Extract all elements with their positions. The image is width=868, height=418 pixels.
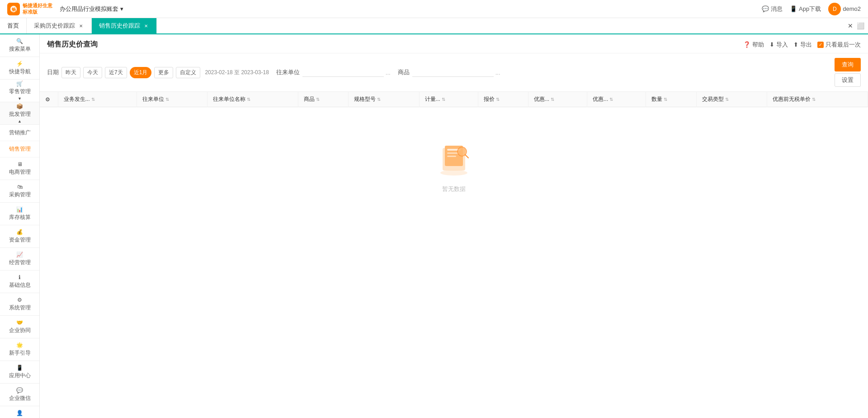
sidebar-label-guide: 新手引导	[9, 349, 31, 357]
only-last-checkbox[interactable]: 只看最后一次	[817, 41, 861, 49]
sidebar-item-ecom[interactable]: 🖥 电商管理	[0, 157, 39, 180]
svg-point-2	[440, 170, 467, 176]
import-button[interactable]: ⬇ 导入	[769, 41, 788, 49]
page-title: 销售历史价查询	[47, 40, 98, 49]
chevron-down-icon: ▾	[120, 5, 123, 12]
sidebar-label-basic: 基础信息	[9, 281, 31, 289]
table-header: ⚙ 业务发生... ⇅ 往来单位 ⇅	[40, 92, 868, 107]
settings-button[interactable]: 设置	[835, 73, 861, 87]
tab-purchase-history[interactable]: 采购历史价跟踪 ✕	[27, 18, 92, 33]
sort-icon-unit: ⇅	[442, 97, 445, 102]
sidebar-item-wechat[interactable]: 💬 企业微信	[0, 384, 39, 406]
goods-filter-group: 商品 ...	[398, 68, 500, 77]
filter-actions: 查询 设置	[835, 58, 861, 87]
table-col-biz-date[interactable]: 业务发生... ⇅	[58, 92, 137, 107]
sidebar-item-app-center[interactable]: 📱 应用中心	[0, 361, 39, 384]
date-btn-1month[interactable]: 近1月	[130, 67, 152, 78]
sort-icon-partner-name: ⇅	[247, 97, 250, 102]
sort-icon-goods: ⇅	[316, 97, 320, 102]
sidebar-item-inventory[interactable]: 📊 库存核算	[0, 203, 39, 225]
table-col-quote[interactable]: 报价 ⇅	[478, 92, 528, 107]
sort-icon-spec: ⇅	[377, 97, 381, 102]
export-button[interactable]: ⬆ 导出	[793, 41, 812, 49]
table-col-spec[interactable]: 规格型号 ⇅	[349, 92, 419, 107]
table-col-goods[interactable]: 商品 ⇅	[298, 92, 348, 107]
basic-icon: ℹ	[19, 274, 21, 280]
sidebar-label-nav: 快捷导航	[9, 68, 31, 76]
date-btn-today[interactable]: 今天	[83, 67, 102, 78]
sidebar-item-wholesale[interactable]: 📦 批发管理 ▲	[0, 102, 39, 125]
content-area: 销售历史价查询 ❓ 帮助 ⬇ 导入 ⬆ 导出 只看最后一次	[40, 34, 868, 418]
sidebar-label-sales: 销售管理	[9, 145, 31, 153]
sidebar-item-business[interactable]: 📈 经营管理	[0, 248, 39, 271]
app-selector[interactable]: 办公用品行业模拟账套 ▾	[56, 3, 127, 15]
partner-input-wrap: ...	[302, 68, 391, 77]
tab-sales-close-icon[interactable]: ✕	[143, 23, 149, 29]
table-col-pretax-price[interactable]: 优惠前无税单价 ⇅	[767, 92, 868, 107]
goods-input[interactable]	[412, 68, 494, 77]
sidebar-label-system: 系统管理	[9, 304, 31, 312]
logo-text: 畅捷通好生意 标准版	[23, 3, 52, 14]
main-layout: 🔍 搜索菜单 ⚡ 快捷导航 🛒 零售管理 ▼ 📦 批发管理 ▲ 营销推广 销售管…	[0, 34, 868, 418]
sidebar-item-marketing[interactable]: 营销推广	[0, 125, 39, 141]
partner-input[interactable]	[302, 68, 384, 77]
sidebar-item-member[interactable]: 👤 畅会员	[0, 406, 39, 418]
tab-purchase-label: 采购历史价跟踪	[34, 22, 75, 30]
help-button[interactable]: ❓ 帮助	[743, 41, 764, 49]
sidebar-item-search-menu[interactable]: 🔍 搜索菜单	[0, 34, 39, 57]
table-col-unit[interactable]: 计量... ⇅	[419, 92, 478, 107]
app-icon: 📱	[16, 365, 23, 371]
message-action[interactable]: 💬 消息	[762, 5, 783, 13]
sort-icon-partner-code: ⇅	[165, 97, 169, 102]
sidebar-label-app: 应用中心	[9, 372, 31, 380]
user-action[interactable]: D demo2	[828, 3, 861, 15]
table-col-gear[interactable]: ⚙	[40, 92, 58, 107]
nav-icon: ⚡	[16, 61, 23, 67]
sidebar-item-quick-nav[interactable]: ⚡ 快捷导航	[0, 57, 39, 80]
date-btn-7days[interactable]: 近7天	[105, 67, 127, 78]
date-btn-yesterday[interactable]: 昨天	[61, 67, 80, 78]
message-icon: 💬	[762, 5, 769, 12]
help-icon: ❓	[743, 41, 750, 48]
goods-ellipsis-icon[interactable]: ...	[495, 69, 500, 76]
sidebar-item-enterprise[interactable]: 🤝 企业协同	[0, 316, 39, 338]
table-col-qty[interactable]: 数量 ⇅	[646, 92, 696, 107]
table-col-discount2[interactable]: 优惠... ⇅	[587, 92, 646, 107]
tab-close-window-icon[interactable]: ✕	[848, 22, 853, 29]
svg-text:畅: 畅	[12, 7, 16, 11]
empty-illustration	[431, 134, 476, 180]
sidebar-item-finance[interactable]: 💰 资金管理	[0, 225, 39, 248]
tab-sales-history[interactable]: 销售历史价跟踪 ✕	[92, 18, 157, 33]
sidebar-item-purchase[interactable]: 🛍 采购管理	[0, 180, 39, 203]
sidebar-item-sales-mgmt[interactable]: 销售管理	[0, 141, 39, 157]
sidebar-item-guide[interactable]: 🌟 新手引导	[0, 338, 39, 361]
table-col-partner-code[interactable]: 往来单位 ⇅	[137, 92, 208, 107]
svg-rect-6	[447, 152, 458, 154]
inventory-icon: 📊	[16, 206, 23, 213]
table-col-discount1[interactable]: 优惠... ⇅	[528, 92, 587, 107]
download-action[interactable]: 📱 App下载	[790, 5, 821, 13]
tab-purchase-close-icon[interactable]: ✕	[78, 23, 84, 29]
data-table: ⚙ 业务发生... ⇅ 往来单位 ⇅	[40, 92, 868, 107]
partner-ellipsis-icon[interactable]: ...	[386, 69, 391, 76]
sidebar-item-system[interactable]: ⚙ 系统管理	[0, 293, 39, 316]
table-col-trade-type[interactable]: 交易类型 ⇅	[696, 92, 767, 107]
date-btn-more[interactable]: 更多	[154, 67, 173, 78]
checkbox-icon	[817, 42, 824, 48]
query-button[interactable]: 查询	[835, 58, 861, 71]
sidebar-label-wholesale: 批发管理	[9, 110, 31, 118]
date-btn-custom[interactable]: 自定义	[176, 67, 200, 78]
sidebar-label-retail: 零售管理	[9, 88, 31, 95]
sidebar-item-retail[interactable]: 🛒 零售管理 ▼	[0, 80, 39, 102]
retail-icon: 🛒	[16, 81, 23, 87]
tab-home-label: 首页	[7, 22, 19, 30]
date-label: 日期	[47, 68, 59, 76]
sort-icon-discount1: ⇅	[551, 97, 554, 102]
tab-home[interactable]: 首页	[0, 18, 27, 33]
logo-area: 畅 畅捷通好生意 标准版	[7, 3, 52, 15]
sidebar-label-ecom: 电商管理	[9, 168, 31, 176]
sort-icon-biz-date: ⇅	[91, 97, 95, 102]
tab-maximize-icon[interactable]: ⬜	[857, 22, 864, 29]
sidebar-item-basic[interactable]: ℹ 基础信息	[0, 271, 39, 293]
table-col-partner-name[interactable]: 往来单位名称 ⇅	[208, 92, 298, 107]
